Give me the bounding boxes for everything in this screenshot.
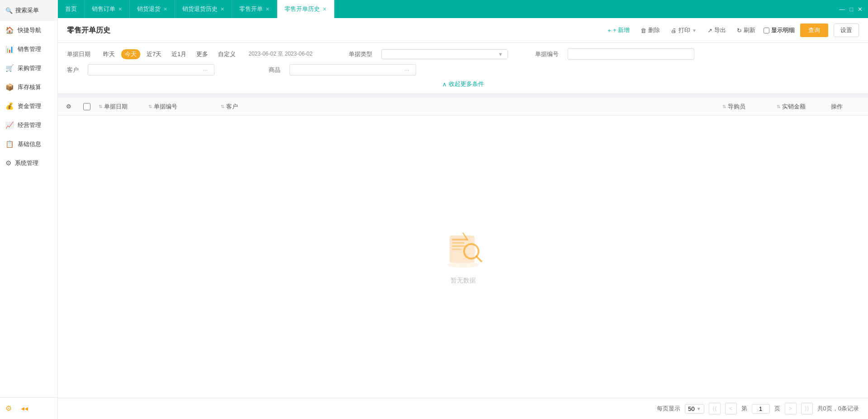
tab-sales-order-label: 销售订单 [92,5,115,13]
date-opt-custom[interactable]: 自定义 [214,49,239,59]
th-amount-label: 实销金额 [782,103,806,111]
sidebar-item-finance[interactable]: 💰 资金管理 [0,97,57,116]
print-label: 打印 [678,26,690,34]
sidebar-label: 经营管理 [18,121,41,129]
sort-icon: ⇅ [221,104,224,109]
sidebar-item-operations[interactable]: 📈 经营管理 [0,116,57,135]
chevron-down-icon: ▼ [498,52,503,57]
svg-rect-3 [452,242,465,244]
filter-row-2: 客户 ··· 商品 ··· [67,64,859,75]
date-opt-more[interactable]: 更多 [193,49,212,59]
first-page-btn[interactable]: ⟨⟨ [709,403,721,414]
collapse-label: 收起更多条件 [449,80,484,88]
sidebar-search-label: 搜索采单 [15,6,39,14]
close-icon[interactable]: ✕ [118,6,122,12]
collapse-sidebar-icon[interactable]: ◂◂ [21,404,28,413]
home-icon: 🏠 [5,26,14,34]
date-opt-today[interactable]: 今天 [121,49,140,59]
settings-icon[interactable]: ⚙ [5,404,12,413]
th-date[interactable]: ⇅ 单据日期 [95,103,145,111]
product-dots-icon[interactable]: ··· [403,66,411,73]
sidebar: 🔍 搜索采单 🏠 快捷导航 📊 销售管理 🛒 采购管理 📦 库存核算 💰 资金管… [0,0,58,419]
cart-icon: 🛒 [5,64,14,72]
th-amount[interactable]: ⇅ 实销金额 [773,103,827,111]
sidebar-item-sys-mgmt[interactable]: ⚙ 系统管理 [0,154,57,173]
svg-line-8 [476,256,481,261]
customer-select[interactable]: ··· [88,64,214,75]
export-button[interactable]: ↗ 导出 [705,24,729,36]
svg-rect-4 [452,245,465,247]
product-label: 商品 [269,66,280,74]
display-checkbox[interactable] [764,28,769,33]
svg-rect-2 [452,239,468,240]
date-options: 昨天 今天 近7天 近1月 更多 自定义 [100,49,239,59]
customer-label: 客户 [67,66,79,74]
refresh-button[interactable]: ↻ 刷新 [734,24,758,36]
sidebar-search[interactable]: 🔍 搜索采单 [0,0,57,21]
query-button[interactable]: 查询 [800,24,828,37]
doc-type-select[interactable]: ▼ [381,49,508,59]
tab-sales-order[interactable]: 销售订单 ✕ [85,0,130,18]
print-button[interactable]: 🖨 打印 ▼ [668,24,699,36]
th-guide[interactable]: ⇅ 导购员 [719,103,773,111]
close-icon[interactable]: ✕ [323,6,327,12]
settings-button[interactable]: 设置 [834,24,859,37]
date-opt-last1month[interactable]: 近1月 [168,49,190,59]
th-customer[interactable]: ⇅ 客户 [217,103,719,111]
gear-icon: ⚙ [5,159,11,167]
close-icon[interactable]: ✕ [163,6,167,12]
tabbar-right: — □ ✕ [839,6,868,13]
sidebar-bottom: ⚙ ◂◂ [0,397,57,419]
tab-sales-return[interactable]: 销货退货 ✕ [130,0,175,18]
box-icon: 📦 [5,83,14,91]
tab-retail-history[interactable]: 零售开单历史 ✕ [277,0,334,18]
page-title: 零售开单历史 [67,26,110,35]
next-page-btn[interactable]: > [785,403,797,414]
prev-page-btn[interactable]: < [725,403,737,414]
tab-retail-open[interactable]: 零售开单 ✕ [232,0,277,18]
sidebar-item-sales-mgmt[interactable]: 📊 销售管理 [0,40,57,59]
display-label: 显示明细 [771,26,795,34]
export-label: 导出 [714,26,726,34]
window-close-icon[interactable]: ✕ [858,6,863,13]
th-settings[interactable]: ⚙ [62,103,79,110]
sidebar-label: 基础信息 [18,140,41,148]
filter-area: 单据日期 昨天 今天 近7天 近1月 更多 自定义 2023-06-02 至 2… [58,43,868,94]
tab-retail-open-label: 零售开单 [239,5,263,13]
maximize-icon[interactable]: □ [849,6,853,13]
doc-number-input[interactable] [568,48,694,60]
svg-rect-5 [452,249,462,250]
tab-sales-return-history[interactable]: 销货退货历史 ✕ [175,0,232,18]
customer-dots-icon[interactable]: ··· [201,66,209,73]
add-label: + 新增 [613,26,630,34]
per-page-label: 每页显示 [657,405,680,413]
refresh-icon: ↻ [737,27,742,34]
th-checkbox[interactable] [79,103,95,110]
date-opt-last7[interactable]: 近7天 [143,49,165,59]
page-input[interactable] [752,404,770,414]
filter-row-1: 单据日期 昨天 今天 近7天 近1月 更多 自定义 2023-06-02 至 2… [67,48,859,60]
sidebar-item-quick-nav[interactable]: 🏠 快捷导航 [0,21,57,40]
close-icon[interactable]: ✕ [266,6,270,12]
last-page-btn[interactable]: ⟩⟩ [801,403,813,414]
tab-home[interactable]: 首页 [58,0,85,18]
sidebar-item-base-info[interactable]: 📋 基础信息 [0,135,57,154]
close-icon[interactable]: ✕ [220,6,224,12]
table-header: ⚙ ⇅ 单据日期 ⇅ 单据编号 ⇅ 客户 ⇅ [58,98,868,116]
delete-button[interactable]: 🗑 删除 [638,24,663,36]
per-page-arrow: ▼ [697,406,701,411]
sidebar-label: 库存核算 [18,83,41,91]
empty-state: 暂无数据 [58,116,868,398]
product-select[interactable]: ··· [289,64,416,75]
sidebar-item-purchase-mgmt[interactable]: 🛒 采购管理 [0,59,57,78]
collapse-filter-btn[interactable]: ∧ 收起更多条件 [67,80,859,88]
date-opt-yesterday[interactable]: 昨天 [100,49,119,59]
per-page-select[interactable]: 50 ▼ [685,404,704,414]
sidebar-item-inventory[interactable]: 📦 库存核算 [0,78,57,97]
display-toggle[interactable]: 显示明细 [764,26,795,34]
select-all-checkbox[interactable] [83,103,90,110]
add-button[interactable]: + + 新增 [605,24,632,36]
th-number[interactable]: ⇅ 单据编号 [145,103,217,111]
minimize-icon[interactable]: — [839,6,845,13]
search-icon: 🔍 [5,7,13,14]
